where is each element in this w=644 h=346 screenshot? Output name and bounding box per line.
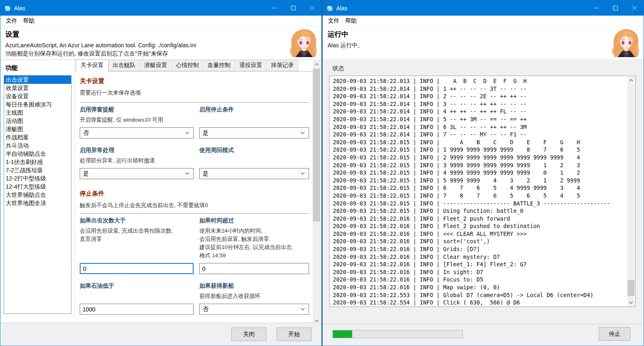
menu-bar: 文件 帮助 (0, 16, 321, 26)
divider (80, 102, 309, 103)
tab-item[interactable]: 心情控制 (172, 60, 203, 71)
field-stop-condition: 启用停止条件 是 (199, 106, 309, 138)
menu-file[interactable]: 文件 (325, 16, 342, 25)
menu-file[interactable]: 文件 (3, 16, 20, 25)
tab-item[interactable]: 掉落记录 (267, 60, 298, 71)
start-button[interactable]: 开始 (277, 328, 312, 341)
log-line: 2020-09-03 21:58:22.015 | INFO | 5 9999 … (333, 177, 626, 185)
log-line: 2020-09-03 21:58:22.013 | INFO | A B C D… (333, 77, 626, 85)
selected-value: 否 (83, 129, 89, 137)
scrollbar-thumb[interactable] (628, 280, 635, 296)
log-line: 2020-09-03 21:58:22.015 | INFO | 2 9999 … (333, 154, 626, 161)
sidebar-item[interactable]: 潜艇图 (4, 125, 71, 133)
log-line: 2020-09-03 21:58:22.015 | INFO | 6 7 6 5… (333, 184, 626, 192)
runner-footer: 停止 (323, 324, 643, 345)
stop-condition-select[interactable]: 是 (199, 127, 309, 138)
sidebar-item[interactable]: 7-2三战拣垃圾 (4, 166, 71, 174)
sidebar-item[interactable]: 半自动辅助点击 (4, 150, 71, 158)
close-button[interactable] (625, 0, 644, 16)
log-line: 2020-09-03 21:58:22.015 | INFO | A B C D… (333, 138, 626, 146)
log-scrollbar[interactable] (627, 76, 635, 306)
log-box: 2020-09-03 21:58:22.013 | INFO | A B C D… (329, 76, 636, 307)
sidebar-title: 功能 (5, 64, 74, 72)
log-line: 2020-09-03 21:58:22.553 | INFO | Global … (333, 291, 626, 299)
page-subtitle: Alas 运行中。 (328, 42, 639, 49)
chevron-down-icon (300, 172, 305, 175)
runner-window: Alas 文件 帮助 运行中 Alas 运行中。 状态 2020-09-03 2… (322, 0, 644, 346)
sidebar-item[interactable]: 出击设置 (4, 76, 71, 84)
sidebar-item[interactable]: 每日任务困难演习 (4, 100, 71, 108)
oil-limit-input[interactable] (80, 304, 194, 315)
popup-alert-select[interactable]: 否 (80, 127, 194, 138)
field-loop-mode: 使用周回模式 是 (199, 147, 309, 179)
log-line: 2020-09-03 21:58:22.015 | INFO | -------… (333, 200, 626, 208)
content-scrollbar[interactable] (313, 60, 320, 324)
log-line: 2020-09-03 21:58:22.014 | INFO | 5 -- ++… (333, 115, 626, 123)
field-label: 如果石油低于 (80, 282, 194, 290)
selected-value: 是 (203, 170, 208, 178)
field-help: 处理部分异常, 运行出错时撤退 (80, 157, 194, 165)
field-count-limit: 如果出击次数大于 会沿用先前设置, 完成出击将扣除次数, 直至清零 (80, 217, 194, 274)
error-handling-select[interactable]: 是 (80, 168, 194, 179)
selected-value: 是 (203, 129, 208, 137)
sidebar-item[interactable]: 共斗活动 (4, 141, 71, 150)
sidebar-item[interactable]: 作战档案 (4, 133, 71, 141)
sidebar-item[interactable]: 12-2打中型练级 (4, 174, 71, 182)
log-line: 2020-09-03 21:58:22.016 | INFO | Grids: … (333, 245, 626, 253)
menu-help[interactable]: 帮助 (20, 16, 37, 25)
minimize-button[interactable] (587, 0, 606, 16)
app-icon (4, 5, 11, 12)
log-line: 2020-09-03 21:58:22.016 | INFO | [Fleet_… (333, 261, 626, 268)
log-line: 2020-09-03 21:58:22.554 | INFO | Click (… (333, 299, 626, 306)
sidebar-item[interactable]: 大世界地图全清 (4, 199, 71, 207)
log-line: 2020-09-03 21:58:22.014 | INFO | 4 ++ ++… (333, 108, 626, 115)
log-line: 2020-09-03 21:58:22.016 | INFO | Fleet_2… (333, 215, 626, 223)
page-title: 设置 (5, 30, 316, 39)
tab-item[interactable]: 潜艇设置 (140, 60, 172, 71)
sidebar-item[interactable]: 收菜设置 (4, 84, 71, 92)
field-oil-limit: 如果石油低于 (80, 282, 194, 315)
field-error-handling: 启用异常处理 处理部分异常, 运行出错时撤退 是 (80, 147, 194, 179)
close-button[interactable] (302, 0, 321, 16)
tab-item[interactable]: 血量控制 (203, 60, 235, 71)
scroll-down-button[interactable] (627, 299, 635, 306)
page-subtitle: AzurLaneAutoScript, An Azur Lane automat… (5, 42, 316, 48)
sidebar-list: 出击设置收菜设置设备设置每日任务困难演习主线图活动图潜艇图作战档案共斗活动半自动… (4, 75, 72, 314)
runner-body: 状态 2020-09-03 21:58:22.013 | INFO | A B … (323, 60, 643, 345)
tab-page-stage-settings: 关卡设置 需要运行一次来保存选项 启用弹窗提醒 开启弹窗提醒, 仅 window… (76, 71, 314, 323)
sidebar-item[interactable]: 设备设置 (4, 92, 71, 100)
tab-item[interactable]: 出击舰队 (108, 60, 140, 71)
avatar (610, 27, 641, 57)
log-line: 2020-09-03 21:58:22.016 | INFO | Fleet_2… (333, 222, 626, 230)
new-ship-select[interactable]: 否 (199, 304, 309, 315)
sidebar-item[interactable]: 大世界辅助点击 (4, 191, 71, 199)
sidebar-item[interactable]: 活动图 (4, 117, 71, 125)
log-line: 2020-09-03 21:58:22.016 | INFO | sort=('… (333, 238, 626, 245)
maximize-button[interactable] (606, 0, 625, 16)
maximize-button[interactable] (284, 0, 302, 16)
sidebar-item[interactable]: 12-4打大型练级 (4, 182, 71, 191)
tab-item[interactable]: 关卡设置 (76, 59, 108, 72)
section-title-stop: 停止条件 (80, 190, 309, 198)
selected-value: 是 (83, 170, 89, 178)
field-label: 如果时间超过 (199, 217, 309, 224)
field-help: 使用未来24小时内的时间, 会沿用先前设置, 触发后清零. 建议提前10分钟左右… (199, 227, 309, 260)
minimize-button[interactable] (265, 0, 284, 16)
time-limit-input[interactable] (199, 263, 309, 274)
scroll-up-button[interactable] (627, 76, 635, 84)
progress-fill (333, 330, 352, 338)
section-title-stage: 关卡设置 (80, 77, 309, 85)
field-new-ship: 如果获得新船 获得新船后进入收获循环 否 (199, 282, 309, 315)
close-app-button[interactable]: 关闭 (231, 328, 266, 341)
scrollbar-thumb[interactable] (313, 69, 320, 221)
page-note: 功能都是分别保存和运行的, 修改设置后别忘了点击"开始"来保存 (5, 50, 316, 58)
tab-item[interactable]: 退役设置 (235, 60, 267, 71)
sidebar-item[interactable]: 1-1伏击刷好感 (4, 158, 71, 166)
stop-button[interactable]: 停止 (599, 327, 630, 341)
menu-help[interactable]: 帮助 (342, 16, 360, 25)
sidebar-item[interactable]: 主线图 (4, 108, 71, 117)
divider (80, 213, 309, 214)
count-limit-input[interactable] (80, 263, 194, 274)
log-line: 2020-09-03 21:58:22.016 | INFO | Clear m… (333, 253, 626, 261)
loop-mode-select[interactable]: 是 (199, 168, 309, 179)
